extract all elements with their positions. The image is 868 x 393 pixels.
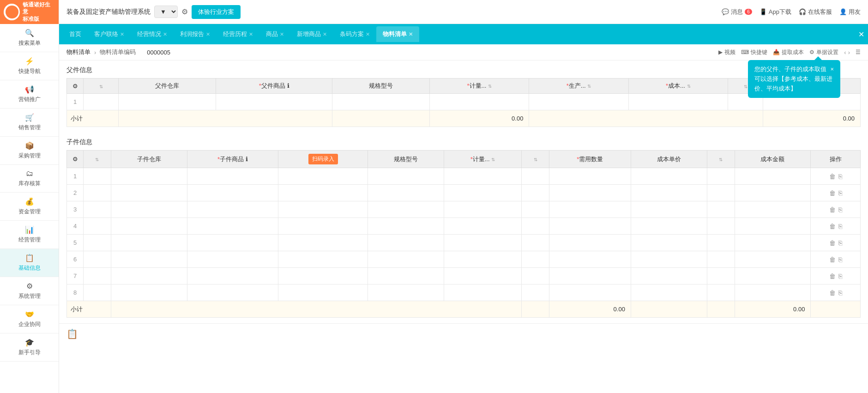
child-row-unit[interactable] bbox=[444, 251, 522, 268]
close-all-tabs-button[interactable]: ✕ bbox=[858, 30, 864, 39]
child-row-product[interactable] bbox=[187, 201, 278, 218]
child-row-warehouse[interactable] bbox=[111, 284, 187, 301]
tooltip-close-button[interactable]: × bbox=[830, 65, 834, 74]
parent-row-product[interactable] bbox=[216, 94, 332, 110]
scan-input-button[interactable]: 扫码录入 bbox=[308, 154, 338, 164]
copy-row-button[interactable]: ⎘ bbox=[838, 173, 842, 180]
add-row-icon[interactable]: 📋 bbox=[66, 328, 78, 339]
delete-row-button[interactable]: 🗑 bbox=[829, 173, 836, 180]
child-row-warehouse[interactable] bbox=[111, 201, 187, 218]
child-row-unit[interactable] bbox=[444, 268, 522, 284]
sidebar-item-system[interactable]: ⚙系统管理 bbox=[0, 277, 59, 305]
sidebar-item-search[interactable]: 🔍搜索菜单 bbox=[0, 24, 59, 52]
delete-row-button[interactable]: 🗑 bbox=[829, 223, 836, 230]
child-row-unit[interactable] bbox=[444, 235, 522, 251]
nav-tab-history[interactable]: 经营历程 ✕ bbox=[217, 26, 259, 42]
child-row-unit[interactable] bbox=[444, 185, 522, 201]
nav-tab-profit[interactable]: 利润报告 ✕ bbox=[174, 26, 217, 42]
sidebar-item-basic-info[interactable]: 📋基础信息 bbox=[0, 249, 59, 277]
sidebar-item-finance[interactable]: 💰资金管理 bbox=[0, 193, 59, 221]
app-download-button[interactable]: 📱 App下载 bbox=[760, 8, 791, 16]
child-row-qty[interactable] bbox=[549, 201, 631, 218]
child-row-product[interactable] bbox=[187, 268, 278, 284]
tab-close-icon[interactable]: ✕ bbox=[323, 31, 327, 37]
parent-row-unit[interactable] bbox=[430, 94, 529, 110]
tab-close-icon[interactable]: ✕ bbox=[280, 31, 284, 37]
child-row-unit-price[interactable] bbox=[631, 201, 707, 218]
child-row-spec[interactable] bbox=[368, 284, 444, 301]
child-row-warehouse[interactable] bbox=[111, 268, 187, 284]
child-row-warehouse[interactable] bbox=[111, 235, 187, 251]
child-row-product[interactable] bbox=[187, 168, 278, 185]
child-col-settings[interactable]: ⚙ bbox=[67, 151, 84, 168]
child-row-qty[interactable] bbox=[549, 284, 631, 301]
nav-tab-bom[interactable]: 物料清单 ✕ bbox=[376, 26, 419, 42]
copy-row-button[interactable]: ⎘ bbox=[838, 239, 842, 247]
messages-button[interactable]: 💬 消息 6 bbox=[722, 8, 752, 16]
child-row-product[interactable] bbox=[187, 251, 278, 268]
parent-row-spec[interactable] bbox=[332, 94, 430, 110]
child-row-unit-price[interactable] bbox=[631, 235, 707, 251]
child-row-spec[interactable] bbox=[368, 268, 444, 284]
child-row-qty[interactable] bbox=[549, 168, 631, 185]
tab-close-icon[interactable]: ✕ bbox=[206, 31, 210, 37]
sidebar-item-purchase[interactable]: 📦采购管理 bbox=[0, 137, 59, 165]
shortcut-action[interactable]: ⌨ 快捷键 bbox=[741, 48, 767, 56]
child-row-unit[interactable] bbox=[444, 201, 522, 218]
child-row-product[interactable] bbox=[187, 185, 278, 201]
child-row-spec[interactable] bbox=[368, 168, 444, 185]
parent-row-cost[interactable] bbox=[628, 94, 728, 110]
copy-row-button[interactable]: ⎘ bbox=[838, 256, 842, 263]
child-row-unit-price[interactable] bbox=[631, 268, 707, 284]
child-row-unit-price[interactable] bbox=[631, 218, 707, 235]
child-row-spec[interactable] bbox=[368, 251, 444, 268]
nav-tab-new-products[interactable]: 新增商品 ✕ bbox=[290, 26, 333, 42]
delete-row-button[interactable]: 🗑 bbox=[829, 239, 836, 247]
single-settings-action[interactable]: ⚙ 单据设置 bbox=[809, 48, 838, 56]
delete-row-button[interactable]: 🗑 bbox=[829, 189, 836, 197]
child-row-unit-price[interactable] bbox=[631, 185, 707, 201]
child-row-unit-price[interactable] bbox=[631, 284, 707, 301]
table-view-button[interactable]: ☰ bbox=[856, 49, 861, 55]
child-row-spec[interactable] bbox=[368, 201, 444, 218]
delete-row-button[interactable]: 🗑 bbox=[829, 272, 836, 280]
sidebar-item-marketing[interactable]: 📢营销推广 bbox=[0, 80, 59, 109]
tab-close-icon[interactable]: ✕ bbox=[249, 31, 253, 37]
nav-tab-customers[interactable]: 客户联络 ✕ bbox=[88, 26, 131, 42]
delete-row-button[interactable]: 🗑 bbox=[829, 206, 836, 213]
parent-col-settings[interactable]: ⚙ bbox=[67, 79, 84, 94]
settings-icon[interactable]: ⚙ bbox=[181, 7, 188, 16]
parent-row-warehouse[interactable] bbox=[119, 94, 216, 110]
copy-row-button[interactable]: ⎘ bbox=[838, 206, 842, 213]
child-row-qty[interactable] bbox=[549, 235, 631, 251]
copy-row-button[interactable]: ⎘ bbox=[838, 272, 842, 280]
tab-close-icon[interactable]: ✕ bbox=[163, 31, 167, 37]
child-row-product[interactable] bbox=[187, 235, 278, 251]
tab-close-icon[interactable]: ✕ bbox=[366, 31, 370, 37]
breadcrumb-item-bom[interactable]: 物料清单 bbox=[66, 48, 90, 56]
nav-tab-operations[interactable]: 经营情况 ✕ bbox=[131, 26, 174, 42]
sidebar-item-operations[interactable]: 📊经营管理 bbox=[0, 221, 59, 249]
user-menu[interactable]: 👤 用友 bbox=[839, 8, 861, 16]
copy-row-button[interactable]: ⎘ bbox=[838, 189, 842, 197]
child-row-warehouse[interactable] bbox=[111, 251, 187, 268]
trial-button[interactable]: 体验行业方案 bbox=[192, 5, 241, 19]
child-row-unit[interactable] bbox=[444, 284, 522, 301]
child-row-product[interactable] bbox=[187, 284, 278, 301]
extract-cost-action[interactable]: 📥 提取成本 bbox=[773, 48, 804, 56]
video-action[interactable]: ▶ 视频 bbox=[718, 48, 735, 56]
online-service-button[interactable]: 🎧 在线客服 bbox=[799, 8, 832, 16]
nav-tab-products[interactable]: 商品 ✕ bbox=[259, 26, 290, 42]
sidebar-item-sales[interactable]: 🛒销售管理 bbox=[0, 109, 59, 137]
child-row-product[interactable] bbox=[187, 218, 278, 235]
child-row-qty[interactable] bbox=[549, 251, 631, 268]
child-row-warehouse[interactable] bbox=[111, 185, 187, 201]
parent-row-production[interactable] bbox=[529, 94, 628, 110]
child-row-warehouse[interactable] bbox=[111, 218, 187, 235]
child-row-warehouse[interactable] bbox=[111, 168, 187, 185]
sidebar-item-quick-nav[interactable]: ⚡快捷导航 bbox=[0, 52, 59, 80]
delete-row-button[interactable]: 🗑 bbox=[829, 256, 836, 263]
delete-row-button[interactable]: 🗑 bbox=[829, 289, 836, 296]
child-row-unit-price[interactable] bbox=[631, 168, 707, 185]
sidebar-item-inventory[interactable]: 🗂库存核算 bbox=[0, 165, 59, 193]
